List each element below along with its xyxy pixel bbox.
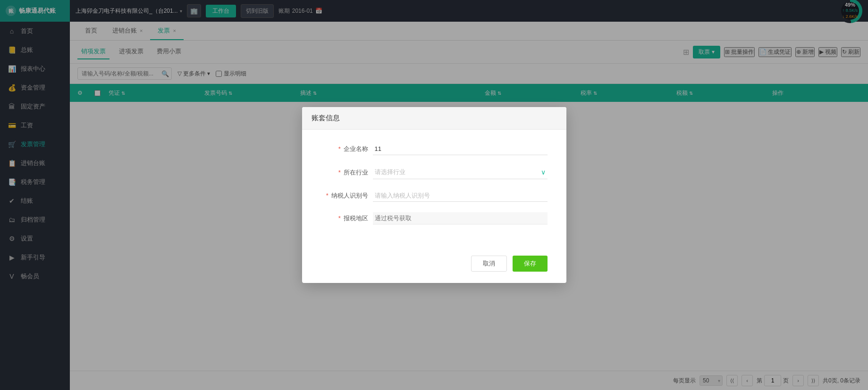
industry-select[interactable]: 请选择行业 ∨ xyxy=(373,166,548,179)
account-info-modal: 账套信息 * 企业名称 * 所在行业 请选择行业 ∨ xyxy=(302,107,566,283)
required-mark: * xyxy=(338,145,341,152)
cancel-button[interactable]: 取消 xyxy=(471,256,507,272)
required-mark-4: * xyxy=(338,215,341,222)
modal-overlay[interactable]: 账套信息 * 企业名称 * 所在行业 请选择行业 ∨ xyxy=(0,0,868,390)
modal-header: 账套信息 xyxy=(302,107,566,130)
tax-region-input xyxy=(373,212,548,224)
tax-region-row: * 报税地区 xyxy=(321,212,548,224)
tax-id-row: * 纳税人识别号 xyxy=(321,190,548,202)
tax-id-input[interactable] xyxy=(373,190,548,202)
required-mark-2: * xyxy=(338,169,341,176)
industry-placeholder: 请选择行业 xyxy=(375,168,541,176)
company-name-row: * 企业名称 xyxy=(321,143,548,155)
industry-chevron-icon: ∨ xyxy=(541,168,546,176)
modal-body: * 企业名称 * 所在行业 请选择行业 ∨ * xyxy=(302,130,566,248)
company-name-input[interactable] xyxy=(373,143,548,155)
industry-row: * 所在行业 请选择行业 ∨ xyxy=(321,166,548,179)
tax-region-label: * 报税地区 xyxy=(321,214,373,223)
save-button[interactable]: 保存 xyxy=(513,256,548,272)
required-mark-3: * xyxy=(326,192,329,199)
tax-id-label: * 纳税人识别号 xyxy=(321,191,373,200)
modal-footer: 取消 保存 xyxy=(302,248,566,283)
industry-label: * 所在行业 xyxy=(321,168,373,177)
modal-title: 账套信息 xyxy=(312,114,340,122)
company-name-label: * 企业名称 xyxy=(321,145,373,153)
